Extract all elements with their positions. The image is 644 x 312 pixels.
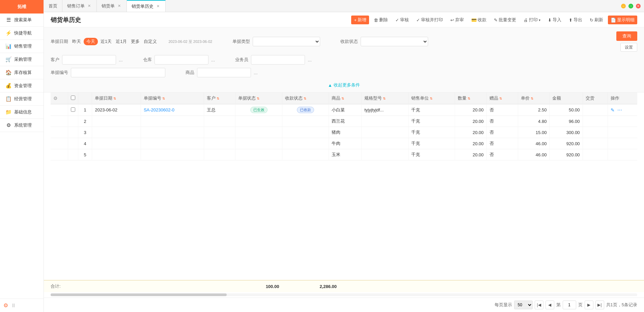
- scrollbar-thumb[interactable]: [51, 293, 227, 296]
- sort-price-icon[interactable]: ⇅: [531, 97, 533, 100]
- audit-button[interactable]: ✓ 审核: [393, 16, 412, 24]
- edit-action-icon[interactable]: ✎: [611, 107, 615, 113]
- sort-collect-status-icon[interactable]: ⇅: [304, 97, 306, 100]
- prev-page-button[interactable]: ◀: [545, 301, 554, 309]
- th-spec[interactable]: 规格型号 ⇅: [362, 93, 408, 104]
- filter-row-1: 单据日期 昨天 今天 近1天 近1月 更多 自定义 2023-06-02 至 2…: [51, 31, 637, 52]
- shortcut-1month[interactable]: 近1月: [114, 38, 128, 45]
- sort-doc-no-icon[interactable]: ⇅: [162, 97, 165, 100]
- window-maximize-btn[interactable]: □: [628, 4, 633, 8]
- last-page-button[interactable]: ▶|: [595, 301, 604, 309]
- th-doc-date[interactable]: 单据日期 ⇅: [92, 93, 141, 104]
- tab-sales-order-close[interactable]: ✕: [87, 3, 92, 8]
- next-page-button[interactable]: ▶: [585, 301, 593, 309]
- more-action-icon[interactable]: ⋯: [617, 107, 622, 113]
- sort-doc-date-icon[interactable]: ⇅: [113, 97, 116, 100]
- page-number-input[interactable]: [563, 301, 576, 309]
- collect-status-select[interactable]: [361, 37, 428, 46]
- sort-qty-icon[interactable]: ⇅: [468, 97, 470, 100]
- filter-row-2: 客户 ... 仓库 ... 业务员 ...: [51, 55, 637, 64]
- collect-button[interactable]: 💳 收款: [469, 16, 489, 24]
- th-gift[interactable]: 赠品 ⇅: [486, 93, 518, 104]
- td-doc-status: 已生效: [235, 104, 282, 116]
- td-doc-date: [92, 127, 141, 138]
- sidebar-item-sales-mgmt[interactable]: 📊 销售管理: [0, 40, 44, 53]
- th-gear: ⚙: [51, 93, 68, 104]
- shortcut-custom[interactable]: 自定义: [142, 38, 158, 45]
- goods-select-icon[interactable]: ...: [254, 70, 258, 75]
- delete-button[interactable]: 🗑 删除: [371, 16, 391, 24]
- sidebar-item-purchase-mgmt[interactable]: 🛒 采购管理: [0, 53, 44, 66]
- doc-no-input[interactable]: [71, 68, 165, 77]
- sidebar-item-finance[interactable]: 💰 资金管理: [0, 79, 44, 93]
- batch-change-button[interactable]: ✎ 批量变更: [491, 16, 519, 24]
- sort-unit-icon[interactable]: ⇅: [430, 97, 432, 100]
- th-doc-status[interactable]: 单据状态 ⇅: [235, 93, 282, 104]
- shortcut-today[interactable]: 今天: [84, 38, 98, 45]
- sidebar-item-search-menu[interactable]: ☰ 搜索菜单: [0, 14, 44, 27]
- table-settings-icon[interactable]: ⚙: [53, 96, 58, 101]
- doc-no-link[interactable]: SA-20230602-0: [144, 107, 174, 112]
- th-collect-status[interactable]: 收款状态 ⇅: [282, 93, 329, 104]
- warehouse-select-icon[interactable]: ...: [211, 57, 215, 62]
- sort-doc-status-icon[interactable]: ⇅: [257, 97, 259, 100]
- import-button[interactable]: ⬇ 导入: [545, 16, 564, 24]
- tab-sales-delivery-close[interactable]: ✕: [117, 3, 122, 8]
- sort-customer-icon[interactable]: ⇅: [217, 97, 219, 100]
- per-page-select[interactable]: 20 50 100: [514, 301, 533, 309]
- window-close-btn[interactable]: ✕: [636, 4, 641, 8]
- select-all-checkbox[interactable]: [71, 96, 75, 100]
- goods-input[interactable]: [197, 68, 251, 77]
- shortcut-yesterday[interactable]: 昨天: [71, 38, 82, 45]
- shortcut-more[interactable]: 更多: [130, 38, 141, 45]
- th-doc-no[interactable]: 单据编号 ⇅: [141, 93, 204, 104]
- first-page-button[interactable]: |◀: [535, 301, 543, 309]
- export-button[interactable]: ⬆ 导出: [566, 16, 585, 24]
- th-unit[interactable]: 销售单位 ⇅: [408, 93, 455, 104]
- abandon-button[interactable]: ↩ 弃审: [448, 16, 467, 24]
- sidebar-item-basic-info[interactable]: 📁 基础信息: [0, 106, 44, 119]
- th-price[interactable]: 单价 ⇅: [518, 93, 549, 104]
- th-goods[interactable]: 商品 ⇅: [329, 93, 362, 104]
- sort-spec-icon[interactable]: ⇅: [383, 97, 386, 100]
- settings-icon[interactable]: ⚙: [3, 302, 8, 309]
- sort-gift-icon[interactable]: ⇅: [499, 97, 502, 100]
- tab-sales-delivery[interactable]: 销货单 ✕: [97, 0, 127, 12]
- warehouse-input[interactable]: [155, 55, 208, 64]
- sidebar-item-operations[interactable]: 📋 经营管理: [0, 93, 44, 106]
- sort-goods-icon[interactable]: ⇅: [341, 97, 344, 100]
- audit-print-button[interactable]: ✓ 审核并打印: [414, 16, 446, 24]
- row-checkbox[interactable]: [71, 107, 75, 112]
- tab-sales-order[interactable]: 销售订单 ✕: [62, 0, 97, 12]
- tab-home[interactable]: 首页: [44, 0, 62, 12]
- print-button[interactable]: 🖨 打印 ▾: [521, 16, 543, 24]
- customer-select-icon[interactable]: ...: [119, 57, 123, 62]
- refresh-button[interactable]: ↻ 刷新: [587, 16, 606, 24]
- tab-sales-history[interactable]: 销货单历史 ✕: [127, 0, 166, 12]
- new-button[interactable]: + 新增: [351, 16, 369, 24]
- collapse-sidebar-icon[interactable]: ⏸: [11, 303, 16, 309]
- th-action: 操作: [608, 93, 638, 104]
- doc-type-select[interactable]: [253, 37, 320, 46]
- filter-area: 单据日期 昨天 今天 近1天 近1月 更多 自定义 2023-06-02 至 2…: [44, 27, 644, 93]
- td-doc-date: [92, 138, 141, 149]
- customer-input[interactable]: [62, 55, 116, 64]
- app-logo: 拓维: [0, 0, 44, 14]
- th-customer[interactable]: 客户 ⇅: [204, 93, 235, 104]
- sidebar-item-quick-nav[interactable]: ⚡ 快捷导航: [0, 27, 44, 40]
- td-amount: 920.00: [550, 149, 583, 160]
- agent-select-icon[interactable]: ...: [308, 57, 312, 62]
- sidebar-item-system-mgmt[interactable]: ⚙ 系统管理: [0, 119, 44, 132]
- window-minimize-btn[interactable]: –: [621, 4, 626, 8]
- agent-input[interactable]: [251, 55, 305, 64]
- setup-button[interactable]: 设置: [620, 43, 637, 52]
- th-qty[interactable]: 数量 ⇅: [455, 93, 486, 104]
- new-icon: +: [354, 18, 357, 23]
- shortcut-7days[interactable]: 近1天: [99, 38, 113, 45]
- sidebar-item-inventory[interactable]: 🏠 库存核算: [0, 66, 44, 79]
- collapse-button[interactable]: ▲ 收起更多条件: [51, 81, 637, 88]
- horizontal-scrollbar[interactable]: [51, 293, 637, 296]
- tab-sales-history-close[interactable]: ✕: [156, 4, 161, 9]
- show-detail-button[interactable]: 📄 显示明细: [608, 16, 637, 24]
- query-button[interactable]: 查询: [616, 31, 637, 41]
